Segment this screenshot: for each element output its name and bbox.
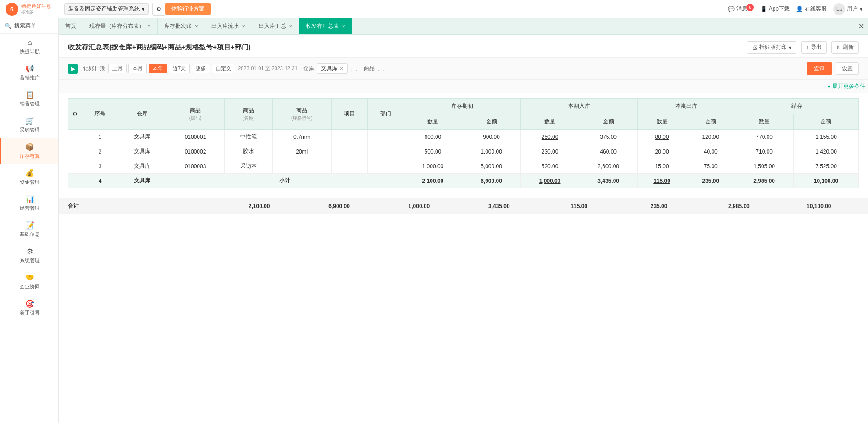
warehouse-tag-close-icon[interactable]: ✕ bbox=[339, 66, 343, 71]
footer-in-amt: 3,435.00 bbox=[459, 203, 539, 209]
row-settings bbox=[68, 159, 82, 174]
tab-receive-send[interactable]: 收发存汇总表 ✕ bbox=[299, 18, 352, 34]
sidebar-item-quick-nav[interactable]: ⌂ 快捷导航 bbox=[0, 34, 58, 60]
date-range-text: 2023-01-01 至 2023-12-31 bbox=[238, 65, 298, 72]
sidebar-item-inventory[interactable]: 📦 库存核算 bbox=[0, 138, 58, 164]
th-spec: 商品(规格型号) bbox=[273, 99, 332, 130]
row-close-qty: 710.00 bbox=[735, 144, 794, 159]
system-icon: ⚙ bbox=[27, 247, 33, 256]
subtotal-in-qty[interactable]: 1,000.00 bbox=[520, 174, 579, 188]
row-in-qty[interactable]: 250.00 bbox=[520, 130, 579, 144]
warehouse-more-btn[interactable]: ... bbox=[350, 65, 359, 72]
refresh-button[interactable]: ↻ 刷新 bbox=[831, 41, 859, 54]
content-area: 首页 现存量（库存分布表） ✕ 库存批次账 ✕ 出入库流水 ✕ 出入库汇总 ✕ bbox=[59, 18, 868, 423]
print-label: 拆账版打印 bbox=[759, 44, 787, 51]
sidebar-item-sales[interactable]: 📋 销售管理 bbox=[0, 86, 58, 112]
sidebar-item-capital[interactable]: 💰 资金管理 bbox=[0, 164, 58, 190]
settings-button[interactable]: ⚙ bbox=[152, 3, 165, 16]
row-project bbox=[331, 159, 367, 174]
sidebar-item-label: 采购管理 bbox=[20, 126, 40, 133]
sidebar-item-purchase[interactable]: 🛒 采购管理 bbox=[0, 112, 58, 138]
expand-conditions-button[interactable]: ▾ 展开更多条件 bbox=[828, 82, 865, 90]
online-service-label: 在线客服 bbox=[805, 5, 827, 13]
row-out-qty[interactable]: 20.00 bbox=[637, 144, 686, 159]
row-name: 中性笔 bbox=[225, 130, 273, 144]
row-close-amt: 1,155.00 bbox=[793, 130, 858, 144]
tab-summary[interactable]: 出入库汇总 ✕ bbox=[252, 18, 299, 34]
sidebar-item-basic-info[interactable]: 📝 基础信息 bbox=[0, 216, 58, 242]
messages-label: 消息 bbox=[736, 5, 747, 13]
footer-label: 合计 bbox=[68, 202, 219, 210]
warehouse-tag[interactable]: 文具库 ✕ bbox=[317, 63, 348, 74]
tab-bar: 首页 现存量（库存分布表） ✕ 库存批次账 ✕ 出入库流水 ✕ 出入库汇总 ✕ bbox=[59, 18, 868, 35]
filter-arrow-button[interactable]: ▶ bbox=[68, 64, 78, 74]
tab-label: 首页 bbox=[65, 22, 76, 30]
sidebar: 🔍 搜索菜单 ⌂ 快捷导航 📢 营销推广 📋 销售管理 🛒 采购管理 📦 bbox=[0, 18, 59, 423]
print-button[interactable]: 🖨 拆账版打印 ▾ bbox=[747, 41, 796, 54]
row-out-qty[interactable]: 80.00 bbox=[637, 130, 686, 144]
tab-home[interactable]: 首页 bbox=[59, 18, 83, 34]
sales-icon: 📋 bbox=[25, 90, 34, 99]
row-in-qty[interactable]: 230.00 bbox=[520, 144, 579, 159]
online-service-button[interactable]: 👤 在线客服 bbox=[796, 5, 827, 13]
newcomer-icon: 🎯 bbox=[25, 299, 34, 308]
row-warehouse: 文具库 bbox=[118, 130, 166, 144]
row-close-amt: 7,525.00 bbox=[793, 159, 858, 174]
export-button[interactable]: ↑ 导出 bbox=[801, 41, 827, 54]
footer-out-qty: 115.00 bbox=[539, 203, 619, 209]
prev-month-btn[interactable]: 上月 bbox=[108, 64, 127, 73]
custom-date-btn[interactable]: 自定义 bbox=[212, 64, 235, 73]
user-area[interactable]: Ea 用户 ▾ bbox=[833, 3, 862, 15]
sidebar-item-system[interactable]: ⚙ 系统管理 bbox=[0, 242, 58, 269]
goods-more-btn[interactable]: ... bbox=[377, 65, 386, 72]
set-button[interactable]: 设置 bbox=[836, 62, 859, 75]
th-out-amt: 金额 bbox=[686, 114, 735, 130]
th-closing-group: 结存 bbox=[735, 99, 859, 114]
table-wrapper: ⚙ 序号 仓库 商品(编码) 商品(名称) 商品(规格型号) 项目 部门 库存期… bbox=[59, 98, 868, 198]
table-row: 3 文具库 0100003 采访本 1,000.00 5,000.00 520.… bbox=[68, 159, 859, 174]
row-spec bbox=[273, 159, 332, 174]
app-container: 6 畅捷通好生意 标准版 装备及固定资产辅助管理系统 ▾ ⚙ 体验行业方案 💬 … bbox=[0, 0, 868, 423]
row-name: 采访本 bbox=[225, 159, 273, 174]
tab-close-icon[interactable]: ✕ bbox=[242, 24, 245, 29]
row-code: 0100001 bbox=[166, 130, 225, 144]
sidebar-item-marketing[interactable]: 📢 营销推广 bbox=[0, 60, 58, 86]
tab-close-icon[interactable]: ✕ bbox=[194, 24, 198, 29]
messages-button[interactable]: 💬 消息 6 bbox=[728, 5, 754, 13]
sidebar-item-label: 资金管理 bbox=[20, 179, 40, 186]
warehouse-filter-group: 仓库 文具库 ✕ ... bbox=[303, 63, 359, 74]
sidebar-item-operations[interactable]: 📊 经营管理 bbox=[0, 190, 58, 216]
row-out-qty[interactable]: 15.00 bbox=[637, 159, 686, 174]
th-code: 商品(编码) bbox=[166, 99, 225, 130]
subtotal-out-qty[interactable]: 115.00 bbox=[637, 174, 686, 188]
row-open-amt: 900.00 bbox=[462, 130, 521, 144]
export-label: 导出 bbox=[811, 44, 822, 51]
trial-button[interactable]: 体验行业方案 bbox=[165, 3, 211, 15]
more-date-btn[interactable]: 更多 bbox=[192, 64, 210, 73]
tab-inventory-dist[interactable]: 现存量（库存分布表） ✕ bbox=[83, 18, 158, 34]
search-menu-button[interactable]: 🔍 搜索菜单 bbox=[0, 18, 58, 34]
current-year-btn[interactable]: 本年 bbox=[149, 64, 167, 73]
tab-label: 现存量（库存分布表） bbox=[89, 22, 144, 30]
system-title-select[interactable]: 装备及固定资产辅助管理系统 ▾ bbox=[64, 3, 149, 15]
tab-flow[interactable]: 出入库流水 ✕ bbox=[205, 18, 252, 34]
query-button[interactable]: 查询 bbox=[807, 62, 832, 75]
footer-open-amt: 6,900.00 bbox=[299, 203, 379, 209]
export-icon: ↑ bbox=[806, 44, 809, 51]
tab-close-all[interactable]: ✕ bbox=[858, 22, 868, 31]
tab-close-icon[interactable]: ✕ bbox=[289, 24, 293, 29]
7days-btn[interactable]: 近7天 bbox=[169, 64, 190, 73]
current-month-btn[interactable]: 本月 bbox=[128, 64, 147, 73]
sidebar-item-newcomer[interactable]: 🎯 新手引导 bbox=[0, 295, 58, 321]
tab-close-icon[interactable]: ✕ bbox=[342, 24, 345, 29]
tab-batch-ledger[interactable]: 库存批次账 ✕ bbox=[158, 18, 205, 34]
th-close-amt: 金额 bbox=[793, 114, 858, 130]
tab-close-icon[interactable]: ✕ bbox=[147, 24, 151, 29]
app-download-button[interactable]: 📱 App下载 bbox=[760, 5, 790, 13]
footer-out-amt: 235.00 bbox=[619, 203, 699, 209]
goods-filter-group: 商品 ... bbox=[364, 65, 386, 72]
row-in-qty[interactable]: 520.00 bbox=[520, 159, 579, 174]
sidebar-item-enterprise[interactable]: 🤝 企业协同 bbox=[0, 269, 58, 295]
table-settings-col[interactable]: ⚙ bbox=[68, 99, 82, 130]
row-open-qty: 500.00 bbox=[404, 144, 462, 159]
